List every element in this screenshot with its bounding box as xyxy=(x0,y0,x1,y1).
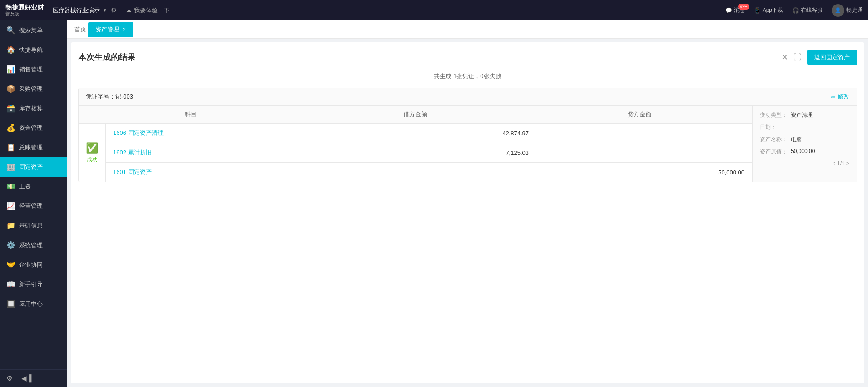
table-rows-wrapper: ✅ 成功 1606 固定资产清理 42,874.97 xyxy=(79,124,752,182)
table-row: 1601 固定资产 50,000.00 xyxy=(106,163,752,182)
home-icon: 🏠 xyxy=(6,45,15,54)
sidebar-item-label: 资金管理 xyxy=(19,124,43,132)
sidebar-item-payroll[interactable]: 💵 工资 xyxy=(0,177,67,196)
tab-bar: 首页 资产管理 × xyxy=(67,20,868,39)
subject-cell-3: 1601 固定资产 xyxy=(106,163,321,182)
sidebar-item-finance[interactable]: 💰 资金管理 xyxy=(0,118,67,138)
experience-label: 我要体验一下 xyxy=(134,6,169,15)
sidebar-item-label: 基础信息 xyxy=(19,222,43,230)
pagination[interactable]: < 1/1 > xyxy=(760,160,849,167)
sidebar-item-fixed-assets[interactable]: 🏢 固定资产 xyxy=(0,157,67,177)
sidebar-item-collaboration[interactable]: 🤝 企业协同 xyxy=(0,255,67,274)
sidebar-footer: ⚙ ◀▐ xyxy=(0,369,67,387)
sidebar-item-label: 企业协同 xyxy=(19,261,43,269)
money-icon: 💰 xyxy=(6,124,15,132)
subject-cell-1: 1606 固定资产清理 xyxy=(106,124,321,143)
return-button[interactable]: 返回固定资产 xyxy=(807,50,857,65)
sidebar-item-label: 经营管理 xyxy=(19,202,43,210)
close-button[interactable]: ✕ xyxy=(781,52,788,62)
sidebar-item-search[interactable]: 🔍 搜索菜单 xyxy=(0,20,67,40)
settings-icon[interactable]: ⚙ xyxy=(111,6,117,15)
subject-cell-2: 1602 累计折旧 xyxy=(106,143,321,162)
online-service-button[interactable]: 🎧 在线客服 xyxy=(792,6,823,14)
avatar-icon: 👤 xyxy=(835,7,841,13)
date-row: 日期： xyxy=(760,124,849,131)
header-credit: 贷方金额 xyxy=(527,106,752,123)
app-download-label: App下载 xyxy=(763,6,783,14)
gear-icon: ⚙️ xyxy=(6,241,15,249)
search-icon: 🔍 xyxy=(6,26,15,35)
sidebar-item-purchase[interactable]: 📦 采购管理 xyxy=(0,79,67,99)
pagination-next-icon[interactable]: > xyxy=(846,160,849,167)
guide-icon: 📖 xyxy=(6,280,15,288)
table-row: 1602 累计折旧 7,125.03 xyxy=(106,143,752,163)
footer-settings-icon[interactable]: ⚙ xyxy=(6,374,12,382)
home-tab[interactable]: 首页 xyxy=(74,25,86,34)
company-selector[interactable]: 医疗器械行业演示 ▼ xyxy=(53,6,107,15)
status-text: 成功 xyxy=(87,156,98,164)
sidebar-item-quick-nav[interactable]: 🏠 快捷导航 xyxy=(0,40,67,60)
pagination-prev-icon[interactable]: < xyxy=(833,160,836,167)
original-value-label: 资产原值： xyxy=(760,148,787,156)
messages-button[interactable]: 💬 消息 99+ xyxy=(725,6,745,14)
asset-name-row: 资产名称： 电脑 xyxy=(760,136,849,144)
voucher-number: 凭证字号：记-003 xyxy=(86,93,133,101)
debit-cell-1: 42,874.97 xyxy=(321,124,536,143)
sidebar: 🔍 搜索菜单 🏠 快捷导航 📊 销售管理 📦 采购管理 🗃️ 库存核算 💰 xyxy=(0,20,67,387)
phone-icon: 📱 xyxy=(754,7,761,14)
sidebar-item-label: 应用中心 xyxy=(19,300,43,308)
app-logo: 畅捷通好业财 普及版 xyxy=(5,4,44,17)
company-dropdown-arrow: ▼ xyxy=(103,8,107,13)
page-title: 本次生成的结果 xyxy=(78,52,135,63)
active-tab[interactable]: 资产管理 × xyxy=(88,22,133,37)
edit-icon: ✏ xyxy=(831,94,836,100)
voucher-header: 凭证字号：记-003 ✏ 修改 xyxy=(79,88,857,106)
sidebar-item-operations[interactable]: 📈 经营管理 xyxy=(0,196,67,216)
page-content: 本次生成的结果 ✕ ⛶ 返回固定资产 共生成 1张凭证，0张失败 凭证字号：记-… xyxy=(71,42,864,383)
avatar: 👤 xyxy=(832,4,844,17)
sidebar-item-label: 销售管理 xyxy=(19,65,43,74)
tab-close-button[interactable]: × xyxy=(123,27,126,32)
ops-icon: 📈 xyxy=(6,202,15,210)
table-row: 1606 固定资产清理 42,874.97 xyxy=(106,124,752,143)
sidebar-item-inventory[interactable]: 🗃️ 库存核算 xyxy=(0,99,67,118)
credit-cell-2 xyxy=(536,143,752,162)
asset-name-label: 资产名称： xyxy=(760,136,787,144)
edit-button[interactable]: ✏ 修改 xyxy=(831,93,849,101)
logo-sub-text: 普及版 xyxy=(5,11,44,17)
sidebar-item-apps[interactable]: 🔲 应用中心 xyxy=(0,294,67,313)
payroll-icon: 💵 xyxy=(6,182,15,191)
apps-icon: 🔲 xyxy=(6,299,15,308)
messages-badge: 99+ xyxy=(738,4,749,10)
active-tab-label: 资产管理 xyxy=(95,25,119,34)
topbar-right: 💬 消息 99+ 📱 App下载 🎧 在线客服 👤 畅捷通 xyxy=(725,4,863,17)
table-data-rows: 1606 固定资产清理 42,874.97 1602 累计折旧 7,125.03 xyxy=(106,124,752,182)
sidebar-item-sales[interactable]: 📊 销售管理 xyxy=(0,60,67,79)
experience-button[interactable]: ☁ 我要体验一下 xyxy=(126,6,169,15)
sidebar-item-label: 采购管理 xyxy=(19,85,43,93)
edit-label: 修改 xyxy=(838,93,849,101)
status-column: ✅ 成功 xyxy=(79,124,106,182)
sidebar-item-label: 新手引导 xyxy=(19,280,43,288)
sidebar-item-basic-info[interactable]: 📁 基础信息 xyxy=(0,216,67,235)
sidebar-item-guide[interactable]: 📖 新手引导 xyxy=(0,274,67,294)
voucher-container: 凭证字号：记-003 ✏ 修改 科目 借方金额 贷方金额 xyxy=(78,88,857,182)
expand-button[interactable]: ⛶ xyxy=(794,53,802,62)
headset-icon: 🎧 xyxy=(792,7,799,14)
asset-name-value: 电脑 xyxy=(791,136,802,144)
sidebar-item-ledger[interactable]: 📋 总账管理 xyxy=(0,138,67,157)
sidebar-collapse-icon[interactable]: ◀▐ xyxy=(21,374,32,382)
debit-cell-2: 7,125.03 xyxy=(321,143,536,162)
main-layout: 🔍 搜索菜单 🏠 快捷导航 📊 销售管理 📦 采购管理 🗃️ 库存核算 💰 xyxy=(0,20,868,387)
sidebar-item-label: 工资 xyxy=(19,183,31,191)
pagination-text: 1/1 xyxy=(837,160,846,167)
result-summary: 共生成 1张凭证，0张失败 xyxy=(78,72,857,80)
date-label: 日期： xyxy=(760,124,776,131)
message-icon: 💬 xyxy=(725,7,732,14)
sidebar-item-label: 总账管理 xyxy=(19,144,43,152)
sidebar-item-system[interactable]: ⚙️ 系统管理 xyxy=(0,235,67,255)
online-service-label: 在线客服 xyxy=(801,6,823,14)
user-profile[interactable]: 👤 畅捷通 xyxy=(832,4,863,17)
app-download-button[interactable]: 📱 App下载 xyxy=(754,6,783,14)
sidebar-item-label: 快捷导航 xyxy=(19,46,43,54)
